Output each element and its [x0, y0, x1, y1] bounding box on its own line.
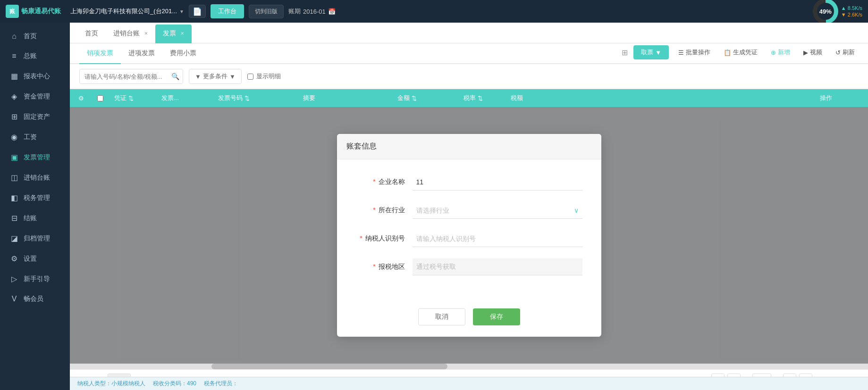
speed-down: ▼ 2.6K/s — [841, 12, 862, 17]
gh-voucher[interactable]: 凭证 ⇅ — [110, 94, 158, 102]
video-button[interactable]: ▶ 视频 — [800, 46, 826, 58]
show-detail-checkbox[interactable] — [247, 74, 253, 80]
industry-select-wrap: 请选择行业 ∨ — [413, 202, 582, 219]
sidebar-item-guide[interactable]: ▷ 新手引导 — [0, 269, 70, 289]
gh-amount[interactable]: 金额 ⇅ — [394, 94, 460, 102]
batch-icon: ☰ — [678, 49, 684, 56]
gh-settings[interactable]: ⚙ — [75, 95, 93, 102]
gh-summary[interactable]: 摘要 — [299, 94, 394, 102]
gh-invoice-no[interactable]: 发票号码 ⇅ — [214, 94, 299, 102]
sidebar-item-settlement[interactable]: ⊟ 结账 — [0, 208, 70, 228]
tab-invoice[interactable]: 发票 × — [155, 25, 192, 43]
speed-up: ▲ 8.5K/s — [841, 5, 862, 11]
search-icon[interactable]: 🔍 — [171, 73, 179, 80]
form-row-industry: * 所在行业 请选择行业 ∨ — [356, 202, 582, 219]
tab-invoice-close-icon[interactable]: × — [181, 30, 184, 37]
new-button[interactable]: ⊕ 新增 — [767, 46, 794, 58]
sidebar-item-invoice[interactable]: ▣ 发票管理 — [0, 147, 70, 167]
voucher-button[interactable]: 📋 生成凭证 — [720, 46, 761, 58]
taxrate-sort-icon: ⇅ — [478, 95, 483, 102]
topbar: 账 畅康通易代账 上海卯金刀电子科技有限公司_(台201... ▼ 📄 工作台 … — [0, 0, 868, 23]
refresh-button[interactable]: ↺ 刷新 — [832, 46, 859, 58]
sidebar-item-settings[interactable]: ⚙ 设置 — [0, 249, 70, 269]
taxid-label: * 纳税人识别号 — [356, 234, 413, 243]
sidebar-label-assets: 固定资产 — [24, 113, 50, 121]
calendar-icon[interactable]: 📅 — [328, 8, 336, 15]
sidebar-item-purchase[interactable]: ◫ 进销台账 — [0, 167, 70, 188]
tab-purchase-close-icon[interactable]: × — [144, 30, 148, 37]
sidebar-label-ledger: 总账 — [24, 52, 37, 60]
sidebar-label-settings: 设置 — [24, 255, 37, 263]
sidebar-item-funds[interactable]: ◈ 资金管理 — [0, 86, 70, 107]
select-all-checkbox[interactable] — [97, 95, 103, 101]
horizontal-scrollbar[interactable] — [70, 364, 868, 369]
gh-tax-rate[interactable]: 税率 ⇅ — [460, 94, 507, 102]
sidebar-item-member[interactable]: V 畅会员 — [0, 289, 70, 309]
period-label: 账期 — [288, 7, 301, 16]
new-icon: ⊕ — [771, 49, 776, 56]
main-content: 首页 进销台账 × 发票 × 销项发票 进项发票 费用小票 ⊞ 取票 ▼ — [70, 23, 868, 390]
old-version-button[interactable]: 切到旧版 — [249, 5, 284, 18]
speed-stats: ▲ 8.5K/s ▼ 2.6K/s — [841, 5, 862, 17]
sidebar-label-archive: 归档管理 — [24, 234, 50, 243]
company-selector[interactable]: 上海卯金刀电子科技有限公司_(台201... ▼ — [70, 7, 184, 16]
sidebar-item-ledger[interactable]: ≡ 总账 — [0, 46, 70, 66]
form-row-taxid: * 纳税人识别号 — [356, 230, 582, 247]
gh-checkbox[interactable] — [93, 95, 110, 101]
speed-widget: 49% ▲ 8.5K/s ▼ 2.6K/s — [813, 0, 862, 24]
qupiao-button[interactable]: 取票 ▼ — [633, 45, 669, 59]
sidebar-item-reports[interactable]: ▦ 报表中心 — [0, 66, 70, 86]
batch-button[interactable]: ☰ 批量操作 — [674, 46, 714, 58]
dialog-overlay: 账套信息 * 企业名称 * 所在行业 — [70, 107, 868, 364]
sidebar-label-guide: 新手引导 — [24, 275, 50, 283]
cancel-button[interactable]: 取消 — [418, 308, 465, 325]
sidebar-item-tax[interactable]: ◧ 税务管理 — [0, 188, 70, 208]
sidebar-label-tax: 税务管理 — [24, 194, 50, 202]
grid-header: ⚙ 凭证 ⇅ 发票... 发票号码 ⇅ 摘要 金额 ⇅ 税率 ⇅ 税额 操作 — [70, 89, 868, 107]
refresh-icon: ↺ — [835, 49, 841, 56]
filter-button[interactable]: ▼ 更多条件 ▼ — [189, 69, 242, 84]
status-item-2: 税收分类码：490 — [153, 380, 196, 388]
salary-icon: ◉ — [9, 133, 19, 141]
save-button[interactable]: 保存 — [473, 308, 520, 325]
company-name-input[interactable] — [413, 174, 582, 191]
inner-tab-purchase[interactable]: 进项发票 — [121, 43, 162, 64]
video-icon: ▶ — [803, 49, 808, 56]
gh-action: 操作 — [816, 94, 863, 102]
workspace-button[interactable]: 工作台 — [211, 4, 244, 18]
tab-home-label: 首页 — [85, 29, 98, 37]
inner-tab-sales[interactable]: 销项发票 — [79, 43, 121, 64]
sidebar-item-assets[interactable]: ⊞ 固定资产 — [0, 107, 70, 127]
company-arrow-icon: ▼ — [179, 9, 184, 14]
sidebar-item-salary[interactable]: ◉ 工资 — [0, 127, 70, 147]
filter-toolbar: 🔍 ▼ 更多条件 ▼ 显示明细 — [70, 64, 868, 89]
show-detail-checkbox-wrap[interactable]: 显示明细 — [247, 72, 281, 81]
form-row-company: * 企业名称 — [356, 174, 582, 191]
sidebar-item-home[interactable]: ⌂ 首页 — [0, 26, 70, 46]
inner-tab-expense[interactable]: 费用小票 — [162, 43, 204, 64]
app-name: 畅康通易代账 — [21, 7, 61, 16]
tab-purchase-label: 进销台账 — [113, 29, 140, 37]
inner-tab-sales-label: 销项发票 — [87, 49, 113, 57]
tab-purchase[interactable]: 进销台账 × — [106, 25, 155, 43]
scrollbar-thumb[interactable] — [211, 364, 447, 369]
account-info-dialog: 账套信息 * 企业名称 * 所在行业 — [337, 134, 601, 337]
settings-icon: ⚙ — [9, 254, 19, 263]
tab-bar: 首页 进销台账 × 发票 × — [70, 23, 868, 43]
settlement-icon: ⊟ — [9, 214, 19, 223]
status-item-3: 税务代理员： — [204, 380, 238, 388]
gh-sender[interactable]: 发票... — [158, 94, 214, 102]
industry-select[interactable]: 请选择行业 — [413, 202, 582, 219]
sidebar-label-settlement: 结账 — [24, 214, 37, 223]
taxid-input[interactable] — [413, 230, 582, 247]
tab-home[interactable]: 首页 — [77, 25, 106, 43]
grid-view-icon[interactable]: ⊞ — [622, 48, 628, 57]
gh-tax[interactable]: 税额 — [507, 94, 564, 102]
grid-body: 账套信息 * 企业名称 * 所在行业 — [70, 107, 868, 364]
voucher-icon: 📋 — [724, 49, 731, 56]
sidebar-item-archive[interactable]: ◪ 归档管理 — [0, 228, 70, 249]
taxregion-field: 通过税号获取 — [413, 258, 582, 275]
document-button[interactable]: 📄 — [189, 5, 206, 18]
search-input[interactable] — [79, 69, 183, 84]
qupiao-arrow-icon: ▼ — [655, 49, 661, 56]
